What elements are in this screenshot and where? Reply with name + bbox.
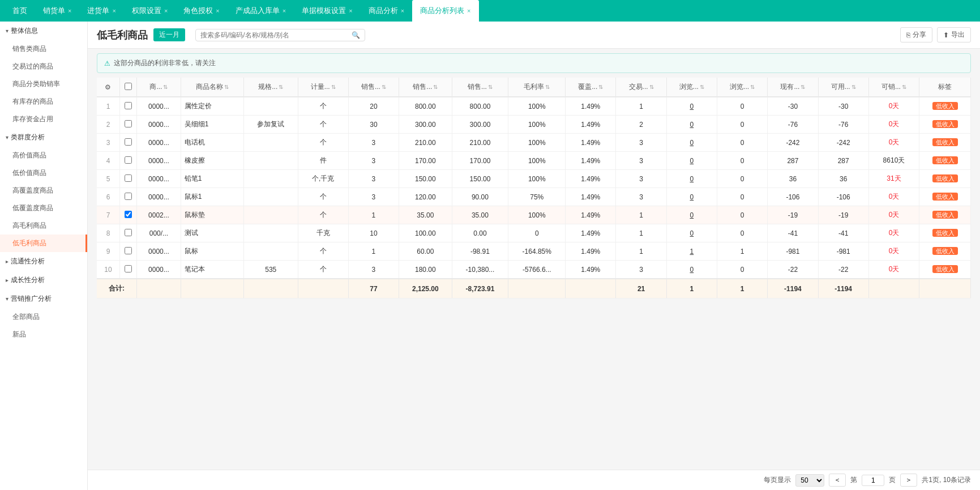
row-checkbox[interactable] <box>125 156 132 164</box>
sidebar-item-in-stock-products[interactable]: 有库存的商品 <box>0 93 87 110</box>
page-number-input[interactable] <box>862 475 884 486</box>
nav-sales-order[interactable]: 销货单 × <box>35 0 79 22</box>
select-all-checkbox[interactable] <box>125 83 132 90</box>
col-spec[interactable]: 规格...⇅ <box>243 78 298 97</box>
col-view2[interactable]: 浏览...⇅ <box>717 78 767 97</box>
row-view1[interactable]: 1 <box>666 242 717 261</box>
row-checkbox[interactable] <box>125 265 132 272</box>
sidebar-item-low-margin[interactable]: 低毛利商品 <box>0 235 87 252</box>
row-name[interactable]: 笔记本 <box>181 261 243 279</box>
view1-link[interactable]: 1 <box>690 248 694 255</box>
row-name[interactable]: 橡皮擦 <box>181 152 243 170</box>
sidebar-item-traded-products[interactable]: 交易过的商品 <box>0 58 87 75</box>
col-available[interactable]: 可用...⇅ <box>818 78 868 97</box>
nav-home[interactable]: 首页 <box>5 0 35 22</box>
col-code[interactable]: 商...⇅ <box>136 78 181 97</box>
sidebar-item-new-products[interactable]: 新品 <box>0 326 87 343</box>
row-name[interactable]: 鼠标 <box>181 242 243 261</box>
row-view1[interactable]: 0 <box>666 97 717 116</box>
row-checkbox-cell[interactable] <box>119 152 136 170</box>
sidebar-item-sales-products[interactable]: 销售类商品 <box>0 40 87 58</box>
col-tag[interactable]: 标签 <box>919 78 971 97</box>
nav-permissions[interactable]: 权限设置 × <box>124 0 176 22</box>
sidebar-item-category-sales-rate[interactable]: 商品分类助销率 <box>0 75 87 93</box>
sidebar-group-growth-title[interactable]: ▸ 成长性分析 <box>0 271 87 289</box>
export-button[interactable]: ⬆ 导出 <box>937 27 971 42</box>
view1-link[interactable]: 0 <box>690 193 694 201</box>
row-name[interactable]: 测试 <box>181 224 243 242</box>
row-checkbox-cell[interactable] <box>119 261 136 279</box>
nav-role-auth[interactable]: 角色授权 × <box>176 0 227 22</box>
row-checkbox-cell[interactable] <box>119 170 136 188</box>
close-sales-order-icon[interactable]: × <box>68 7 71 14</box>
row-checkbox[interactable] <box>125 120 132 127</box>
time-filter-button[interactable]: 近一月 <box>153 28 185 41</box>
close-product-analysis-list-icon[interactable]: × <box>467 7 470 14</box>
sidebar-group-cluster-title[interactable]: ▾ 类群度分析 <box>0 128 87 147</box>
col-name[interactable]: 商品名称⇅ <box>181 78 243 97</box>
row-view1[interactable]: 0 <box>666 152 717 170</box>
row-name[interactable]: 铅笔1 <box>181 170 243 188</box>
row-name[interactable]: 鼠标1 <box>181 188 243 206</box>
row-checkbox-cell[interactable] <box>119 224 136 242</box>
close-permissions-icon[interactable]: × <box>164 7 168 14</box>
nav-template-settings[interactable]: 单据模板设置 × <box>294 0 360 22</box>
sidebar-item-high-margin[interactable]: 高毛利商品 <box>0 217 87 235</box>
prev-page-button[interactable]: ＜ <box>829 474 846 487</box>
col-trade[interactable]: 交易...⇅ <box>616 78 666 97</box>
col-checkbox[interactable] <box>119 78 136 97</box>
row-checkbox[interactable] <box>125 138 132 146</box>
close-role-auth-icon[interactable]: × <box>216 7 219 14</box>
row-checkbox[interactable] <box>125 102 132 109</box>
view1-link[interactable]: 0 <box>690 175 694 183</box>
sidebar-group-circulation-title[interactable]: ▸ 流通性分析 <box>0 252 87 271</box>
view1-link[interactable]: 0 <box>690 103 694 110</box>
view1-link[interactable]: 0 <box>690 211 694 219</box>
sidebar-item-all-products[interactable]: 全部商品 <box>0 308 87 326</box>
nav-product-analysis[interactable]: 商品分析 × <box>361 0 412 22</box>
nav-product-inbound[interactable]: 产成品入库单 × <box>228 0 294 22</box>
close-product-inbound-icon[interactable]: × <box>283 7 286 14</box>
col-unit[interactable]: 计量...⇅ <box>298 78 348 97</box>
col-sales-profit[interactable]: 销售...⇅ <box>452 78 508 97</box>
col-current[interactable]: 现有...⇅ <box>768 78 818 97</box>
col-view1[interactable]: 浏览...⇅ <box>666 78 717 97</box>
sidebar-item-inventory-capital[interactable]: 库存资金占用 <box>0 110 87 128</box>
search-icon[interactable]: 🔍 <box>352 31 360 39</box>
row-name[interactable]: 电话机 <box>181 134 243 152</box>
sidebar-item-high-value[interactable]: 高价值商品 <box>0 147 87 164</box>
row-checkbox-cell[interactable] <box>119 116 136 134</box>
row-view1[interactable]: 0 <box>666 116 717 134</box>
row-checkbox[interactable] <box>125 229 132 236</box>
row-checkbox-cell[interactable] <box>119 206 136 224</box>
row-view1[interactable]: 0 <box>666 134 717 152</box>
view1-link[interactable]: 0 <box>690 266 694 274</box>
next-page-button[interactable]: ＞ <box>900 474 917 487</box>
col-settings[interactable]: ⚙ <box>97 78 119 97</box>
col-gross-margin[interactable]: 毛利率⇅ <box>508 78 566 97</box>
share-button[interactable]: ⎘ 分享 <box>900 27 932 42</box>
row-name[interactable]: 属性定价 <box>181 97 243 116</box>
row-name[interactable]: 吴细细1 <box>181 116 243 134</box>
row-view1[interactable]: 0 <box>666 188 717 206</box>
col-saleable[interactable]: 可销...⇅ <box>868 78 919 97</box>
view1-link[interactable]: 0 <box>690 157 694 165</box>
row-checkbox-cell[interactable] <box>119 188 136 206</box>
row-checkbox-cell[interactable] <box>119 242 136 261</box>
view1-link[interactable]: 0 <box>690 229 694 237</box>
col-sales-price[interactable]: 销售...⇅ <box>399 78 452 97</box>
row-name[interactable]: 鼠标垫 <box>181 206 243 224</box>
nav-purchase-order[interactable]: 进货单 × <box>79 0 123 22</box>
close-template-settings-icon[interactable]: × <box>349 7 352 14</box>
row-checkbox-cell[interactable] <box>119 97 136 116</box>
row-checkbox[interactable] <box>125 193 132 200</box>
search-input[interactable] <box>200 31 349 39</box>
nav-product-analysis-list[interactable]: 商品分析列表 × <box>412 0 478 22</box>
sidebar-group-marketing-title[interactable]: ▾ 营销推广分析 <box>0 289 87 308</box>
close-purchase-order-icon[interactable]: × <box>112 7 115 14</box>
row-checkbox[interactable] <box>125 247 132 254</box>
page-size-select[interactable]: 50 20 100 <box>795 474 824 487</box>
sidebar-item-low-value[interactable]: 低价值商品 <box>0 164 87 182</box>
view1-link[interactable]: 0 <box>690 121 694 129</box>
row-view1[interactable]: 0 <box>666 224 717 242</box>
